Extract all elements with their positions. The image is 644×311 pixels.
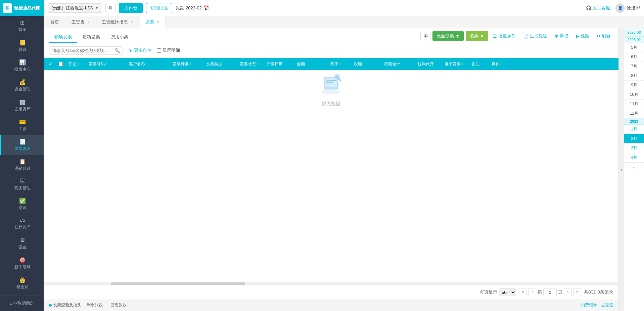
th-settings: ⚙ <box>46 62 56 66</box>
search-input[interactable] <box>52 48 112 53</box>
date-month-2023-4[interactable]: 4月 <box>624 153 644 162</box>
date-month-2023-1[interactable]: 1月 <box>624 125 644 134</box>
select-all-checkbox[interactable] <box>58 62 63 66</box>
sidebar-item-invoice-management[interactable]: 🧾 发票管理 <box>0 135 44 155</box>
sidebar-item-vip[interactable]: 👑 畅会员 <box>0 273 44 293</box>
sidebar-item-label: 资金管理 <box>14 86 31 92</box>
tax-icon: 🏛 <box>20 178 25 184</box>
date-month-10[interactable]: 10月 <box>624 90 644 100</box>
date-month-5[interactable]: 5月 <box>624 43 644 52</box>
date-month-9[interactable]: 9月 <box>624 81 644 90</box>
page-suffix: 页 <box>558 289 562 295</box>
date-month-2023-3[interactable]: 3月 <box>624 144 644 153</box>
generate-voucher-button[interactable]: 📄 生成凭证 <box>520 32 550 40</box>
th-amount-label: 金额 <box>297 61 305 67</box>
display-detail-checkbox[interactable]: 显示明细 <box>157 47 180 53</box>
th-customer-label: 客户名称 <box>129 61 145 67</box>
sidebar-item-label: 归档管理 <box>14 225 31 230</box>
sidebar-item-checkout[interactable]: ✅ 结账 <box>0 194 44 214</box>
user-info[interactable]: 👤 徐溢华 <box>615 3 640 13</box>
page-input[interactable] <box>543 288 557 296</box>
prev-page-button[interactable]: ‹ <box>528 288 536 296</box>
status-bar: 发票查验及抬头 剩余张数: 已用张数: 扣费记录 去充值 <box>44 299 618 311</box>
grid-settings-button[interactable]: ⊞ <box>420 31 430 41</box>
last-page-button[interactable]: » <box>573 288 581 296</box>
sidebar-item-general-ledger[interactable]: 📒 总账 <box>0 36 44 56</box>
tab-salary[interactable]: 工资表 × <box>66 16 96 28</box>
sidebar-item-tax-management[interactable]: 🏛 税务管理 <box>0 175 44 194</box>
top-header: (勿删）江西服宝-LSS ▼ ⧉ 工作台 切到旧版 账期 2023-02 📅 🎧… <box>44 0 644 16</box>
recharge-link[interactable]: 去充值 <box>601 302 613 308</box>
th-invoice-type-label: 发票类型 <box>206 61 222 67</box>
th-invoice-status-label: 发票状态 <box>240 61 256 67</box>
tab-salary-report[interactable]: 工资统计报表 × <box>96 16 140 28</box>
sidebar-collapse-btn[interactable]: « <<取消固定 <box>1 299 42 308</box>
tab-invoice-close[interactable]: × <box>156 20 160 24</box>
new-button[interactable]: ⊕ 新增 <box>552 32 571 40</box>
sidebar-item-fixed-assets[interactable]: 🏢 固定资产 <box>0 95 44 115</box>
date-month-2023-2[interactable]: 2月 <box>624 134 644 144</box>
th-checkbox[interactable] <box>56 62 66 66</box>
page-size-dropdown[interactable]: 50 100 200 <box>499 288 516 296</box>
period-value: 2023-02 <box>186 5 202 10</box>
detail-checkbox[interactable] <box>157 48 161 53</box>
sidebar-item-sales-ledger[interactable]: 📋 进销台账 <box>0 155 44 175</box>
fee-record-link[interactable]: 扣费记录 <box>581 302 597 308</box>
th-invoice-no-label: 发票号码 <box>89 61 105 67</box>
tab-invoice[interactable]: 发票 × <box>140 16 166 28</box>
sidebar-item-guide[interactable]: 🎯 新手引导 <box>0 254 44 273</box>
sales-icon: 📋 <box>19 158 26 165</box>
batch-op-button[interactable]: ☰ 批量操作 <box>490 32 518 40</box>
tab-salary-close[interactable]: × <box>87 20 91 25</box>
date-month-12[interactable]: 12月 <box>624 109 644 118</box>
close-panel-button[interactable]: × <box>637 30 643 35</box>
sidebar-item-home[interactable]: ⊞ 首页 <box>0 16 44 36</box>
assets-icon: 🏢 <box>19 99 26 105</box>
th-remark-label: 备注 <box>471 61 479 67</box>
sidebar-item-label: 首页 <box>18 27 27 33</box>
th-invoice-no: 发票号码 ↕ <box>87 61 127 67</box>
service-label: 人工客服 <box>593 5 610 11</box>
ticket-button[interactable]: 取票 ▼ <box>466 31 488 41</box>
sub-tab-purchase-invoice[interactable]: 进项发票 <box>77 32 105 43</box>
more-filter-button[interactable]: ▼ 更多条件 <box>126 46 154 55</box>
first-page-button[interactable]: « <box>519 288 527 296</box>
date-month-11[interactable]: 11月 <box>624 100 644 109</box>
tab-salary-report-close[interactable]: × <box>130 20 134 25</box>
no-ticket-button[interactable]: 无血取票 ▼ <box>432 31 464 41</box>
sort-icon: ↕ <box>190 62 191 66</box>
expand-panel-btn[interactable]: ‹ <box>618 28 624 311</box>
search-box[interactable]: 🔍 <box>49 46 123 55</box>
company-select[interactable]: (勿删）江西服宝-LSS ▼ <box>48 3 102 13</box>
workbench-button[interactable]: 工作台 <box>119 3 143 13</box>
sub-tab-expense-receipt[interactable]: 费用小票 <box>105 32 134 43</box>
sidebar-item-archive-management[interactable]: 🗂 归档管理 <box>0 214 44 234</box>
th-amount: 金额 <box>295 61 328 67</box>
date-month-6[interactable]: 6月 <box>624 52 644 62</box>
date-month-7[interactable]: 7月 <box>624 62 644 71</box>
sub-tab-sales-invoice[interactable]: 销项发票 <box>49 32 77 43</box>
service-button[interactable]: 🎧 人工客服 <box>586 5 610 11</box>
sidebar-item-settings[interactable]: ⚙ 设置 <box>0 234 44 254</box>
svg-rect-4 <box>326 82 333 83</box>
copy-icon: ⧉ <box>109 5 112 11</box>
sort-icon: ↕ <box>223 62 225 66</box>
sidebar-item-fund-management[interactable]: 💰 资金管理 <box>0 76 44 95</box>
page-size-select[interactable]: 每页显示 50 100 200 <box>480 288 516 296</box>
sidebar-item-report-center[interactable]: 📊 报表中心 <box>0 56 44 76</box>
tab-home[interactable]: 首页 <box>44 16 66 28</box>
next-page-button[interactable]: › <box>564 288 572 296</box>
tab-invoice-label: 发票 <box>145 19 154 25</box>
sort-icon: ↕ <box>257 62 259 66</box>
sub-tabs: 销项发票 进项发票 费用小票 ⊞ 无血取票 ▼ <box>44 28 618 43</box>
refresh-button[interactable]: ↻ 刷新 <box>594 32 613 40</box>
sidebar-bottom: « <<取消固定 <box>0 296 44 311</box>
date-panel-expand-bottom[interactable]: ⌄ <box>624 162 644 171</box>
video-button[interactable]: ▶ 视频 <box>573 32 592 40</box>
sidebar-item-salary[interactable]: 💳 工资 <box>0 115 44 135</box>
status-bar-right: 扣费记录 去充值 <box>581 302 613 308</box>
th-total-label: 税额合计 <box>384 61 400 67</box>
copy-button[interactable]: ⧉ <box>105 3 116 13</box>
date-month-8[interactable]: 8月 <box>624 71 644 81</box>
switch-old-button[interactable]: 切到旧版 <box>146 3 172 13</box>
